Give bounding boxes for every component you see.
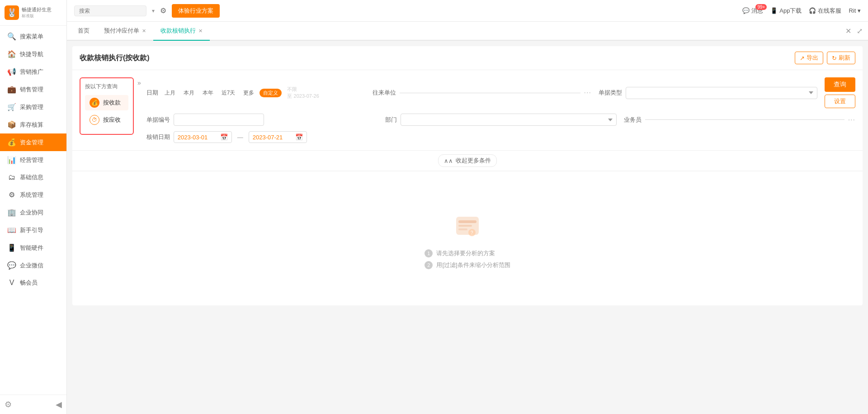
collapse-left-panel-icon[interactable]: » (137, 79, 141, 86)
purchase-icon: 🛒 (7, 103, 16, 111)
sidebar-item-label: 新手引导 (20, 226, 43, 234)
dept-field: 部门 (385, 114, 617, 126)
tab-home[interactable]: 首页 (71, 22, 97, 41)
tab-receipt-offset[interactable]: 收款核销执行 ✕ (153, 22, 210, 41)
dept-select[interactable] (401, 114, 617, 126)
filter-by-receivable[interactable]: ⏱ 按应收 (85, 112, 128, 128)
sidebar-logo-title: 畅捷通好生意 (22, 6, 52, 13)
user-menu[interactable]: Rit ▾ (849, 7, 861, 14)
query-button[interactable]: 查询 (825, 77, 855, 92)
sidebar-item-basic-info[interactable]: 🗂基础信息 (0, 169, 66, 186)
expand-tabs-icon[interactable]: ⤢ (855, 25, 864, 37)
sidebar-logo: 🐰 畅捷通好生意 标准版 (0, 0, 66, 26)
sidebar-item-marketing[interactable]: 📢营销推广 (0, 63, 66, 81)
page-header: 收款核销执行(按收款) ↗ 导出 ↻ 刷新 (72, 46, 863, 70)
page-actions: ↗ 导出 ↻ 刷新 (795, 52, 855, 64)
sidebar-item-label: 库存核算 (20, 121, 43, 129)
content-area: 收款核销执行(按收款) ↗ 导出 ↻ 刷新 按以下方查询 💰 (67, 41, 868, 414)
filter-type-selector: 按以下方查询 💰 按收款 ⏱ 按应收 (80, 77, 134, 135)
filter-by-receipt[interactable]: 💰 按收款 (85, 95, 128, 110)
topbar-right: 💬 消息 99+ 📱 App下载 🎧 在线客服 Rit ▾ (742, 7, 861, 15)
dropdown-arrow-icon[interactable]: ▾ (152, 8, 155, 14)
main-area: ▾ ⚙ 体验行业方案 💬 消息 99+ 📱 App下载 🎧 在线客服 Rit ▾ (67, 0, 868, 414)
tab-receipt-close-icon[interactable]: ✕ (198, 28, 203, 34)
sidebar: 🐰 畅捷通好生意 标准版 🔍搜索菜单🏠快捷导航📢营销推广💼销售管理🛒采购管理📦库… (0, 0, 67, 414)
collapse-label: 收起更多条件 (456, 157, 491, 165)
dept-label: 部门 (385, 116, 397, 124)
offset-date-end-input[interactable] (253, 134, 293, 141)
sidebar-item-finance[interactable]: 💰资金管理 (0, 133, 66, 151)
filter-action-buttons: 查询 设置 (825, 77, 855, 108)
doc-num-input[interactable] (174, 114, 264, 126)
sidebar-item-quick-nav[interactable]: 🏠快捷导航 (0, 45, 66, 63)
filter-row-1: 日期 上月 本月 本年 近7天 更多 自定义 不限 至 2023-07-26 (146, 77, 855, 108)
tip-text-2: 用[过滤]条件来缩小分析范围 (436, 261, 510, 269)
sidebar-item-enterprise[interactable]: 🏢企业协同 (0, 204, 66, 221)
sales-icon: 💼 (7, 85, 16, 94)
date-last-month[interactable]: 上月 (162, 88, 178, 98)
sidebar-item-search-menu[interactable]: 🔍搜索菜单 (0, 28, 66, 45)
sidebar-item-sales[interactable]: 💼销售管理 (0, 81, 66, 98)
topbar-gear-icon[interactable]: ⚙ (160, 6, 166, 15)
basic-info-icon: 🗂 (7, 173, 16, 181)
sidebar-item-sys-mgmt[interactable]: ⚙系统管理 (0, 186, 66, 204)
search-menu-icon: 🔍 (7, 32, 16, 41)
staff-more-icon[interactable]: ··· (848, 116, 855, 124)
receivable-icon: ⏱ (90, 115, 99, 125)
sys-mgmt-icon: ⚙ (7, 190, 16, 199)
export-button[interactable]: ↗ 导出 (795, 52, 823, 64)
sidebar-item-guide[interactable]: 📖新手引导 (0, 221, 66, 239)
offset-date-end-cal-icon[interactable]: 📅 (295, 133, 303, 141)
search-input[interactable] (74, 5, 146, 16)
filter-fields: 日期 上月 本月 本年 近7天 更多 自定义 不限 至 2023-07-26 (146, 77, 855, 143)
date-this-month[interactable]: 本月 (181, 88, 197, 98)
service-icon: 🎧 (809, 7, 816, 14)
offset-date-start-input[interactable] (178, 134, 218, 141)
message-badge: 99+ (755, 4, 767, 10)
collapse-more-button[interactable]: ∧∧ 收起更多条件 (438, 154, 497, 167)
date-no-limit: 不限 (287, 86, 319, 93)
tab-prepay-close-icon[interactable]: ✕ (142, 28, 146, 34)
sidebar-item-member[interactable]: V畅会员 (0, 274, 66, 291)
sidebar-item-wechat-biz[interactable]: 💬企业微信 (0, 257, 66, 274)
date-range-separator: — (236, 134, 245, 141)
offset-date-start-wrap: 📅 (174, 131, 232, 143)
empty-state: ? 1 请先选择要分析的方案 2 用[过滤]条件来缩小分析范围 (72, 171, 863, 305)
doc-type-select[interactable] (626, 87, 817, 99)
message-icon: 💬 (742, 7, 750, 14)
date-custom-btn[interactable]: 自定义 (259, 89, 282, 97)
industry-btn[interactable]: 体验行业方案 (172, 4, 220, 18)
empty-tip-2: 2 用[过滤]条件来缩小分析范围 (425, 261, 510, 269)
svg-rect-3 (458, 228, 467, 230)
message-button[interactable]: 💬 消息 99+ (742, 7, 763, 15)
app-download-button[interactable]: 📱 App下载 (770, 7, 802, 15)
date-this-year[interactable]: 本年 (200, 88, 216, 98)
app-icon: 📱 (770, 7, 778, 14)
sidebar-item-label: 智能硬件 (20, 244, 43, 252)
staff-label: 业务员 (624, 116, 642, 124)
sidebar-nav: 🔍搜索菜单🏠快捷导航📢营销推广💼销售管理🛒采购管理📦库存核算💰资金管理📊经营管理… (0, 26, 66, 395)
date-7days[interactable]: 近7天 (219, 88, 238, 98)
sidebar-item-smart-hw[interactable]: 📱智能硬件 (0, 239, 66, 257)
offset-date-label: 核销日期 (146, 133, 170, 141)
partner-more-icon[interactable]: ··· (584, 89, 591, 97)
by-receipt-label: 按收款 (103, 99, 121, 107)
offset-date-start-cal-icon[interactable]: 📅 (220, 133, 228, 141)
refresh-button[interactable]: ↻ 刷新 (827, 52, 855, 64)
settings-button[interactable]: 设置 (825, 95, 855, 108)
guide-icon: 📖 (7, 226, 16, 234)
page-title: 收款核销执行(按收款) (80, 53, 150, 63)
sidebar-item-label: 资金管理 (20, 138, 43, 147)
tab-prepay-offset[interactable]: 预付冲应付单 ✕ (97, 22, 153, 41)
collapse-sidebar-icon[interactable]: ◀ (56, 400, 62, 409)
sidebar-item-purchase[interactable]: 🛒采购管理 (0, 98, 66, 116)
online-service-button[interactable]: 🎧 在线客服 (809, 7, 841, 15)
sidebar-item-inventory[interactable]: 📦库存核算 (0, 116, 66, 133)
filter-row-2: 单据编号 部门 业务员 ··· (146, 114, 855, 126)
sidebar-item-label: 系统管理 (20, 191, 43, 199)
smart-hw-icon: 📱 (7, 243, 16, 252)
date-more[interactable]: 更多 (241, 88, 257, 98)
close-tab-icon[interactable]: ✕ (844, 25, 853, 37)
settings-icon[interactable]: ⚙ (5, 400, 12, 409)
sidebar-item-biz-mgmt[interactable]: 📊经营管理 (0, 151, 66, 169)
